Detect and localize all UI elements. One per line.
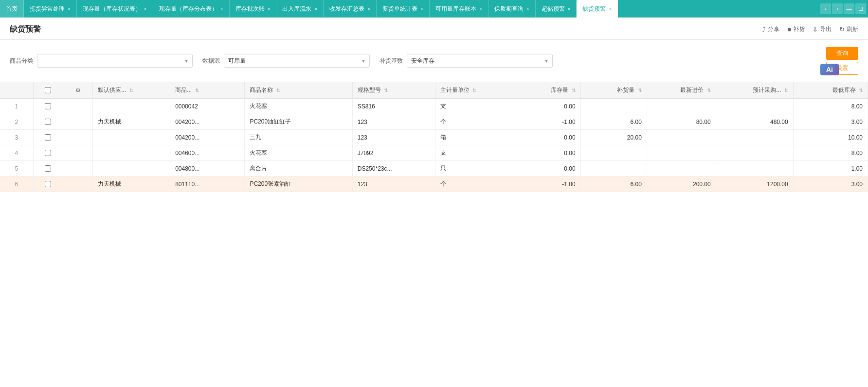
cell-check-1 bbox=[33, 114, 63, 130]
replenish-button[interactable]: ■ 补货 bbox=[787, 25, 805, 34]
tab-close-inventory-dist[interactable]: × bbox=[220, 6, 223, 12]
cell-latest-price-3 bbox=[647, 145, 716, 161]
col-header-est-purchase[interactable]: 预计采购... ⇅ bbox=[716, 82, 793, 99]
table-gear-icon[interactable]: ⚙ bbox=[75, 87, 81, 94]
cell-spec-0: SS816 bbox=[352, 99, 435, 114]
table-row: 4 004600... 火花塞 J7092 支 0.00 8.00 bbox=[0, 145, 868, 161]
sort-icon-min-stock: ⇅ bbox=[859, 88, 863, 93]
tab-collect-summary[interactable]: 收发存汇总表 × bbox=[324, 0, 377, 18]
tab-close-shortage-warning[interactable]: × bbox=[609, 6, 612, 12]
goods-category-select[interactable] bbox=[37, 54, 193, 68]
replenish-base-select[interactable]: 安全库存 bbox=[407, 54, 553, 68]
cell-goods-name-1: PC200油缸缸子 bbox=[245, 114, 352, 130]
cell-replenish-qty-4 bbox=[580, 161, 647, 176]
row-checkbox-1[interactable] bbox=[45, 119, 51, 125]
cell-supplier-0 bbox=[93, 99, 170, 114]
cell-unit-3: 支 bbox=[435, 145, 514, 161]
col-header-stock[interactable]: 库存量 ⇅ bbox=[514, 82, 580, 99]
row-checkbox-2[interactable] bbox=[45, 134, 51, 141]
tab-close-available-account[interactable]: × bbox=[479, 6, 482, 12]
data-table: ⚙ 默认供应... ⇅ 商品... ⇅ 商品名称 ⇅ bbox=[0, 82, 868, 192]
refresh-button[interactable]: ↻ 刷新 bbox=[839, 25, 858, 34]
goods-category-label: 商品分类 bbox=[10, 57, 33, 65]
cell-check-5 bbox=[33, 176, 63, 192]
tab-nav-controls: ‹ › — ☐ bbox=[818, 3, 868, 14]
cell-unit-2: 箱 bbox=[435, 130, 514, 145]
sort-icon-replenish-qty: ⇅ bbox=[638, 88, 642, 93]
row-checkbox-4[interactable] bbox=[45, 165, 51, 172]
table-row: 6 力天机械 801110... PC200张紧油缸 123 个 -1.00 6… bbox=[0, 176, 868, 192]
tab-close-inout-flow[interactable]: × bbox=[314, 6, 317, 12]
cell-gear-5 bbox=[63, 176, 92, 192]
col-header-replenish-qty[interactable]: 补货量 ⇅ bbox=[580, 82, 647, 99]
goods-category-group: 商品分类 ▼ bbox=[10, 54, 193, 68]
tab-available-account[interactable]: 可用量库存账本 × bbox=[430, 0, 488, 18]
cell-goods-code-1: 004200... bbox=[170, 114, 245, 130]
tab-minimize-button[interactable]: — bbox=[844, 3, 854, 14]
tab-inventory-dist[interactable]: 现存量（库存分布表） × bbox=[153, 0, 230, 18]
tab-prev-button[interactable]: ‹ bbox=[820, 3, 831, 14]
cell-latest-price-5: 200.00 bbox=[647, 176, 716, 192]
data-source-select-wrapper: 可用量 ▼ bbox=[224, 54, 370, 68]
cell-min-stock-5: 3.00 bbox=[793, 176, 868, 192]
col-header-check bbox=[33, 82, 63, 99]
col-header-supplier[interactable]: 默认供应... ⇅ bbox=[93, 82, 170, 99]
col-header-goods-code[interactable]: 商品... ⇅ bbox=[170, 82, 245, 99]
cell-goods-name-4: 离合片 bbox=[245, 161, 352, 176]
row-checkbox-3[interactable] bbox=[45, 150, 51, 156]
cell-replenish-qty-2: 20.00 bbox=[580, 130, 647, 145]
tab-inventory-status[interactable]: 现存量（库存状况表） × bbox=[77, 0, 153, 18]
share-icon: ⤴ bbox=[762, 26, 766, 33]
sort-icon-supplier: ⇅ bbox=[129, 88, 133, 93]
tab-close-picking-exception[interactable]: × bbox=[68, 6, 71, 12]
cell-min-stock-1: 3.00 bbox=[793, 114, 868, 130]
tab-close-overstock-warning[interactable]: × bbox=[568, 6, 571, 12]
tab-close-batch-account[interactable]: × bbox=[268, 6, 271, 12]
tab-order-stats[interactable]: 要货单统计表 × bbox=[377, 0, 430, 18]
select-all-checkbox[interactable] bbox=[45, 87, 51, 93]
cell-goods-code-0: 0000042 bbox=[170, 99, 245, 114]
col-header-goods-name[interactable]: 商品名称 ⇅ bbox=[245, 82, 352, 99]
row-checkbox-0[interactable] bbox=[45, 103, 51, 109]
sort-icon-goods-code: ⇅ bbox=[195, 88, 199, 93]
cell-check-4 bbox=[33, 161, 63, 176]
tab-inout-flow[interactable]: 出入库流水 × bbox=[276, 0, 324, 18]
cell-supplier-2 bbox=[93, 130, 170, 145]
cell-gear-3 bbox=[63, 145, 92, 161]
cell-goods-code-2: 004200... bbox=[170, 130, 245, 145]
table-row: 5 004800... 离合片 DS250*23c... 只 0.00 1.00 bbox=[0, 161, 868, 176]
col-header-unit[interactable]: 主计量单位 ⇅ bbox=[435, 82, 514, 99]
tab-batch-account[interactable]: 库存批次账 × bbox=[230, 0, 277, 18]
col-header-spec[interactable]: 规格型号 ⇅ bbox=[352, 82, 435, 99]
cell-latest-price-1: 80.00 bbox=[647, 114, 716, 130]
cell-supplier-1: 力天机械 bbox=[93, 114, 170, 130]
cell-est-purchase-3 bbox=[716, 145, 793, 161]
tab-close-collect-summary[interactable]: × bbox=[367, 6, 370, 12]
data-source-select[interactable]: 可用量 bbox=[224, 54, 370, 68]
sort-icon-est-purchase: ⇅ bbox=[784, 88, 788, 93]
tab-expiry-query[interactable]: 保质期查询 × bbox=[488, 0, 536, 18]
tab-close-inventory-status[interactable]: × bbox=[144, 6, 147, 12]
tab-shortage-warning[interactable]: 缺货预警 × bbox=[577, 0, 618, 18]
tab-close-order-stats[interactable]: × bbox=[420, 6, 423, 12]
cell-est-purchase-0 bbox=[716, 99, 793, 114]
cell-est-purchase-4 bbox=[716, 161, 793, 176]
query-button[interactable]: 查询 bbox=[826, 47, 858, 60]
tab-next-button[interactable]: › bbox=[832, 3, 843, 14]
tab-maximize-button[interactable]: ☐ bbox=[855, 3, 866, 14]
export-icon: ⇩ bbox=[813, 26, 818, 33]
ai-badge[interactable]: Ai bbox=[820, 64, 839, 75]
tab-home[interactable]: 首页 bbox=[0, 0, 24, 18]
tab-close-expiry-query[interactable]: × bbox=[526, 6, 529, 12]
cell-gear-4 bbox=[63, 161, 92, 176]
cell-gear-1 bbox=[63, 114, 92, 130]
table-row: 1 0000042 火花塞 SS816 支 0.00 8.00 bbox=[0, 99, 868, 114]
tab-picking-exception[interactable]: 拣货异常处理 × bbox=[24, 0, 77, 18]
cell-latest-price-4 bbox=[647, 161, 716, 176]
col-header-min-stock[interactable]: 最低库存 ⇅ bbox=[793, 82, 868, 99]
export-button[interactable]: ⇩ 导出 bbox=[813, 25, 832, 34]
share-button[interactable]: ⤴ 分享 bbox=[762, 25, 779, 34]
col-header-latest-price[interactable]: 最新进价 ⇅ bbox=[647, 82, 716, 99]
tab-overstock-warning[interactable]: 超储预警 × bbox=[536, 0, 577, 18]
row-checkbox-5[interactable] bbox=[45, 181, 51, 187]
